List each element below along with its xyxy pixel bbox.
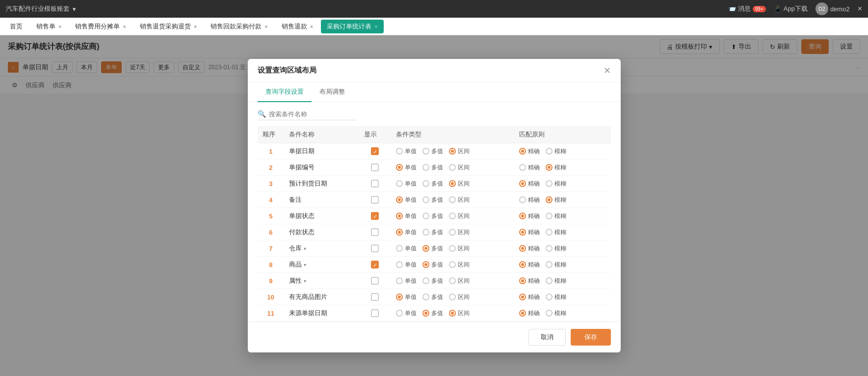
close-icon[interactable]: × <box>374 24 377 29</box>
match-radio-exact[interactable]: 精确 <box>519 228 540 237</box>
display-checkbox[interactable]: ✓ <box>371 261 379 269</box>
type-radio-single[interactable]: 单值 <box>396 180 417 188</box>
type-radio-range[interactable]: 区间 <box>449 261 470 269</box>
type-radio-single[interactable]: 单值 <box>396 163 417 172</box>
type-radio-multiple[interactable]: 多值 <box>422 244 443 253</box>
type-radio-range[interactable]: 区间 <box>449 244 470 253</box>
row-display[interactable] <box>359 289 391 305</box>
save-btn[interactable]: 保存 <box>571 329 611 346</box>
type-radio-multiple[interactable]: 多值 <box>422 261 443 269</box>
match-radio-exact[interactable]: 精确 <box>519 309 540 318</box>
type-radio-single[interactable]: 单值 <box>396 196 417 204</box>
match-radio-exact[interactable]: 精确 <box>519 244 540 253</box>
display-checkbox[interactable] <box>371 163 379 171</box>
cancel-btn[interactable]: 取消 <box>528 329 566 346</box>
row-display[interactable]: ✓ <box>359 208 391 224</box>
row-display[interactable] <box>359 192 391 208</box>
row-display[interactable] <box>359 176 391 192</box>
close-icon[interactable]: × <box>58 24 61 29</box>
type-radio-range[interactable]: 区间 <box>449 293 470 301</box>
type-radio-range[interactable]: 区间 <box>449 212 470 220</box>
match-radio-fuzzy[interactable]: 模糊 <box>546 293 566 301</box>
type-radio-multiple[interactable]: 多值 <box>422 180 443 188</box>
match-radio-exact[interactable]: 精确 <box>519 212 540 220</box>
close-icon[interactable]: × <box>310 24 313 29</box>
display-checkbox[interactable] <box>371 244 379 252</box>
tab-refund[interactable]: 销售退款 × <box>276 20 319 33</box>
display-checkbox[interactable]: ✓ <box>371 147 379 155</box>
match-radio-fuzzy[interactable]: 模糊 <box>546 163 566 172</box>
row-display[interactable] <box>359 160 391 176</box>
match-radio-exact[interactable]: 精确 <box>519 196 540 204</box>
top-close-btn[interactable]: × <box>858 4 862 13</box>
match-radio-fuzzy[interactable]: 模糊 <box>546 147 566 156</box>
type-radio-multiple[interactable]: 多值 <box>422 228 443 237</box>
type-radio-range[interactable]: 区间 <box>449 309 470 318</box>
type-radio-multiple[interactable]: 多值 <box>422 212 443 220</box>
type-radio-single[interactable]: 单值 <box>396 293 417 301</box>
row-display[interactable] <box>359 224 391 241</box>
row-display[interactable] <box>359 241 391 257</box>
row-display[interactable]: ✓ <box>359 143 391 160</box>
type-radio-range[interactable]: 区间 <box>449 228 470 237</box>
display-checkbox[interactable] <box>371 196 379 204</box>
close-icon[interactable]: × <box>264 24 267 29</box>
row-display[interactable] <box>359 273 391 289</box>
download-btn[interactable]: 📱 App下载 <box>774 4 808 13</box>
match-radio-exact[interactable]: 精确 <box>519 277 540 285</box>
tab-sales-return[interactable]: 销售退货采购退货 × <box>134 20 203 33</box>
type-radio-range[interactable]: 区间 <box>449 277 470 285</box>
search-input[interactable] <box>269 110 347 118</box>
display-checkbox[interactable]: ✓ <box>371 212 379 220</box>
tab-home[interactable]: 首页 <box>4 20 28 33</box>
display-checkbox[interactable] <box>371 277 379 285</box>
match-radio-fuzzy[interactable]: 模糊 <box>546 277 566 285</box>
match-radio-exact[interactable]: 精确 <box>519 261 540 269</box>
notification-btn[interactable]: 📨 消息 99+ <box>728 4 766 13</box>
match-radio-fuzzy[interactable]: 模糊 <box>546 196 566 204</box>
type-radio-single[interactable]: 单值 <box>396 228 417 237</box>
type-radio-single[interactable]: 单值 <box>396 212 417 220</box>
type-radio-multiple[interactable]: 多值 <box>422 277 443 285</box>
type-radio-single[interactable]: 单值 <box>396 309 417 318</box>
type-radio-range[interactable]: 区间 <box>449 180 470 188</box>
match-radio-exact[interactable]: 精确 <box>519 293 540 301</box>
match-radio-fuzzy[interactable]: 模糊 <box>546 212 566 220</box>
match-radio-fuzzy[interactable]: 模糊 <box>546 309 566 318</box>
type-radio-range[interactable]: 区间 <box>449 196 470 204</box>
match-radio-fuzzy[interactable]: 模糊 <box>546 261 566 269</box>
modal-tab-query[interactable]: 查询字段设置 <box>258 82 312 102</box>
user-profile-btn[interactable]: D2 demo2 <box>815 2 850 15</box>
tab-purchase-stats[interactable]: 采购订单统计表 × <box>321 20 383 33</box>
modal-close-btn[interactable]: ✕ <box>604 66 611 75</box>
match-radio-fuzzy[interactable]: 模糊 <box>546 180 566 188</box>
display-checkbox[interactable] <box>371 228 379 236</box>
type-radio-range[interactable]: 区间 <box>449 147 470 156</box>
tab-sales-fee[interactable]: 销售费用分摊单 × <box>69 20 132 33</box>
type-radio-range[interactable]: 区间 <box>449 163 470 172</box>
tab-sales[interactable]: 销售单 × <box>30 20 67 33</box>
match-radio-exact[interactable]: 精确 <box>519 180 540 188</box>
type-radio-multiple[interactable]: 多值 <box>422 163 443 172</box>
row-display[interactable]: ✓ <box>359 257 391 273</box>
type-radio-single[interactable]: 单值 <box>396 244 417 253</box>
type-radio-single[interactable]: 单值 <box>396 261 417 269</box>
match-radio-fuzzy[interactable]: 模糊 <box>546 228 566 237</box>
type-radio-multiple[interactable]: 多值 <box>422 196 443 204</box>
row-display[interactable] <box>359 305 391 322</box>
type-radio-single[interactable]: 单值 <box>396 147 417 156</box>
match-radio-fuzzy[interactable]: 模糊 <box>546 244 566 253</box>
match-radio-exact[interactable]: 精确 <box>519 147 540 156</box>
match-radio-exact[interactable]: 精确 <box>519 163 540 172</box>
display-checkbox[interactable] <box>371 309 379 317</box>
type-radio-multiple[interactable]: 多值 <box>422 293 443 301</box>
close-icon[interactable]: × <box>123 24 126 29</box>
close-icon[interactable]: × <box>194 24 197 29</box>
type-radio-multiple[interactable]: 多值 <box>422 147 443 156</box>
tab-payment[interactable]: 销售回款采购付款 × <box>205 20 273 33</box>
display-checkbox[interactable] <box>371 293 379 301</box>
display-checkbox[interactable] <box>371 180 379 188</box>
type-radio-multiple[interactable]: 多值 <box>422 309 443 318</box>
dropdown-icon[interactable]: ▾ <box>73 5 76 13</box>
type-radio-single[interactable]: 单值 <box>396 277 417 285</box>
